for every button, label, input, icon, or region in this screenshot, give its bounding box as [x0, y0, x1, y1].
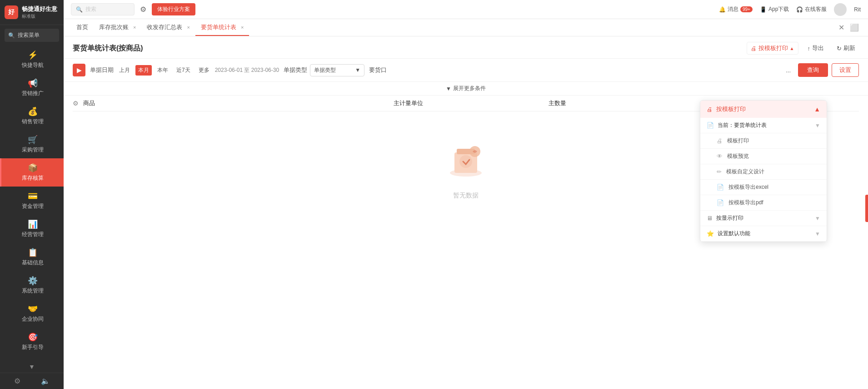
header-gear-button[interactable]: ⚙ [140, 5, 146, 14]
export-pdf-label: 按模板导出pdf [728, 199, 763, 207]
tab-home[interactable]: 首页 [71, 19, 94, 36]
current-template-left: 📄 当前：要货单统计表 [707, 121, 767, 129]
export-label: 导出 [812, 44, 824, 52]
date-btn-this-month[interactable]: 本月 [135, 65, 152, 76]
empty-text: 暂无数据 [453, 192, 479, 200]
filter-settings-button[interactable]: 设置 [832, 63, 859, 77]
default-function-chevron: ▼ [815, 231, 820, 237]
sidebar-item-guide[interactable]: 🎯 新手引导 [0, 328, 64, 356]
tab-order-stats[interactable]: 要货单统计表 × [195, 19, 249, 36]
type-select-value: 单据类型 [314, 66, 336, 74]
print-template-button[interactable]: 🖨 按模板打印 ▲ [747, 42, 798, 55]
sidebar-item-cooperation[interactable]: 🤝 企业协同 [0, 299, 64, 328]
export-pdf-button[interactable]: 📄 按模板导出pdf [700, 195, 827, 210]
col-goods-header: 商品 [83, 99, 394, 107]
tab-order-stats-close[interactable]: × [241, 25, 244, 30]
template-preview-button[interactable]: 👁 模板预览 [700, 149, 827, 164]
expand-more-button[interactable]: ▼ 展开更多条件 [446, 85, 486, 92]
export-excel-button[interactable]: 📄 按模板导出excel [700, 180, 827, 195]
quick-nav-icon: ⚡ [28, 50, 38, 60]
sidebar-item-basics[interactable]: 📋 基础信息 [0, 243, 64, 271]
sidebar-item-app-center[interactable]: 📱 应用中心 [0, 356, 64, 361]
dropdown-header[interactable]: 🖨 按模板打印 ▲ [700, 101, 827, 118]
tab-batch-account-close[interactable]: × [133, 25, 136, 30]
sidebar-item-quick-nav[interactable]: ⚡ 快捷导航 [0, 45, 64, 74]
top-search-box[interactable]: 🔍 搜索 [71, 3, 135, 15]
notifications-button[interactable]: 🔔 消息 99+ [719, 5, 753, 13]
tab-collect-summary-close[interactable]: × [187, 25, 190, 30]
col-qty-header: 主数量 [549, 99, 703, 107]
date-range-display: 2023-06-01 至 2023-06-30 [215, 66, 279, 74]
online-service-button[interactable]: 🎧 在线客服 [796, 5, 827, 13]
trial-button[interactable]: 体验行业方案 [152, 3, 195, 15]
tabs-bar-controls: ✕ ⬜ [837, 21, 861, 34]
export-button[interactable]: ↑ 导出 [804, 42, 828, 54]
search-box-placeholder: 搜索 [85, 5, 96, 13]
headset-icon: 🎧 [796, 6, 803, 13]
refresh-button[interactable]: ↻ 刷新 [833, 42, 859, 54]
printer-icon: 🖨 [751, 45, 757, 52]
sidebar-search-button[interactable]: 🔍 搜索菜单 [5, 29, 59, 42]
sidebar-item-operations[interactable]: 📊 经营管理 [0, 215, 64, 243]
template-print-button[interactable]: 🖨 模板打印 [700, 133, 827, 148]
sidebar-scroll-down[interactable]: ▼ [0, 361, 64, 373]
sidebar-item-inventory[interactable]: 📦 库存核算 [0, 158, 64, 187]
template-design-label: 模板自定义设计 [726, 168, 764, 176]
sidebar-nav: ⚡ 快捷导航 📢 营销推广 💰 销售管理 🛒 采购管理 📦 库存核算 💳 资金管… [0, 45, 64, 361]
export-pdf-icon: 📄 [717, 199, 724, 206]
current-template-header[interactable]: 📄 当前：要货单统计表 ▼ [700, 118, 827, 133]
query-button[interactable]: 查询 [798, 63, 828, 77]
refresh-label: 刷新 [843, 44, 855, 52]
date-btn-7days[interactable]: 近7天 [174, 65, 193, 76]
default-function-icon: ⭐ [707, 230, 714, 237]
chevron-up-icon: ▲ [790, 46, 794, 51]
top-header: 🔍 搜索 ⚙ 体验行业方案 🔔 消息 99+ 📱 App下载 🎧 在线客服 Ri… [64, 0, 868, 19]
print-dropdown-menu: 🖨 按模板打印 ▲ 📄 当前：要货单统计表 ▼ 🖨 模板打印 [700, 100, 827, 242]
goods-type-filter-group: 要货口 [369, 66, 387, 74]
template-print-item: 🖨 模板打印 [700, 133, 827, 149]
type-filter-label: 单据类型 [284, 66, 307, 74]
sidebar-item-finance[interactable]: 💳 资金管理 [0, 187, 64, 215]
avatar[interactable] [834, 3, 847, 16]
default-function-header[interactable]: ⭐ 设置默认功能 ▼ [700, 226, 827, 241]
more-options-button[interactable]: ... [782, 63, 794, 77]
column-settings-button[interactable]: ⚙ [73, 100, 79, 107]
display-print-header[interactable]: 🖥 按显示打印 ▼ [700, 211, 827, 226]
date-btn-last-month[interactable]: 上月 [116, 65, 133, 76]
date-btn-more[interactable]: 更多 [196, 65, 212, 76]
refresh-icon: ↻ [837, 45, 842, 52]
app-download-button[interactable]: 📱 App下载 [760, 5, 789, 13]
expand-conditions-bar: ▼ 展开更多条件 [64, 82, 868, 96]
print-label: 按模板打印 [758, 44, 788, 52]
sound-bottom-button[interactable]: 🔈 [41, 377, 50, 385]
logo-text: 畅捷通好生意 标准版 [22, 5, 57, 19]
filter-expand-button[interactable]: ▶ [73, 64, 85, 76]
bell-icon: 🔔 [719, 6, 726, 13]
chevron-down-icon: ▼ [355, 67, 360, 73]
sidebar-item-system[interactable]: ⚙️ 系统管理 [0, 271, 64, 299]
template-design-button[interactable]: ✏ 模板自定义设计 [700, 164, 827, 179]
export-excel-icon: 📄 [717, 184, 724, 191]
tab-collect-summary[interactable]: 收发存汇总表 × [141, 19, 195, 36]
basics-icon: 📋 [28, 248, 38, 258]
export-excel-item: 📄 按模板导出excel [700, 180, 827, 195]
tab-maximize-button[interactable]: ⬜ [848, 21, 861, 34]
tab-close-all-button[interactable]: ✕ [837, 21, 846, 34]
resize-handle[interactable] [865, 195, 868, 222]
sidebar-item-purchase[interactable]: 🛒 采购管理 [0, 130, 64, 158]
svg-point-3 [459, 155, 472, 168]
type-select[interactable]: 单据类型 ▼ [310, 64, 364, 76]
sidebar-item-label: 库存核算 [22, 174, 44, 182]
tab-batch-account[interactable]: 库存批次账 × [94, 19, 141, 36]
current-template-chevron: ▼ [815, 122, 820, 129]
sidebar-item-marketing[interactable]: 📢 营销推广 [0, 74, 64, 102]
settings-bottom-button[interactable]: ⚙ [14, 377, 20, 385]
sidebar-item-label: 经营管理 [22, 231, 44, 238]
display-print-left: 🖥 按显示打印 [707, 214, 743, 222]
display-print-chevron: ▼ [815, 215, 820, 222]
date-btn-this-year[interactable]: 本年 [155, 65, 171, 76]
sidebar-bottom: ⚙ 🔈 [0, 373, 64, 389]
sidebar-item-sales[interactable]: 💰 销售管理 [0, 102, 64, 130]
expand-more-label: 展开更多条件 [453, 85, 486, 92]
display-print-section: 🖥 按显示打印 ▼ [700, 211, 827, 226]
